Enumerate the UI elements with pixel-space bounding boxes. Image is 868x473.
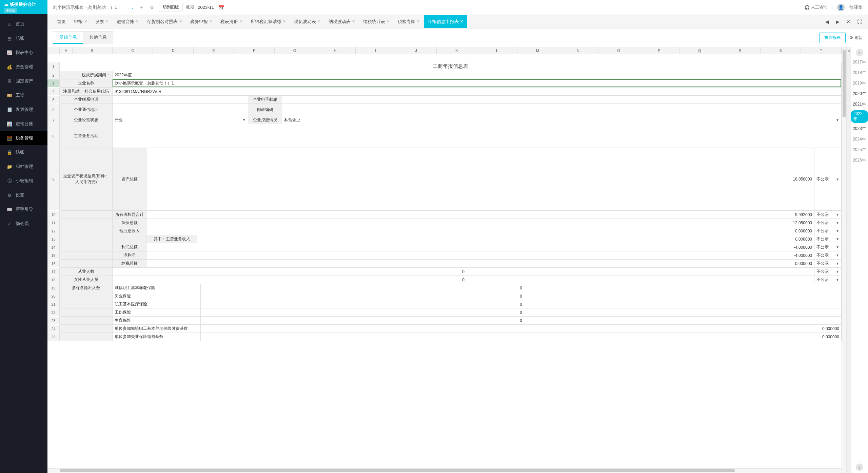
settings-button[interactable]: ⚙ — [149, 3, 156, 12]
disclose-select[interactable]: 不公示▼ — [814, 260, 842, 267]
column-header[interactable]: B — [73, 47, 113, 54]
disclose-select[interactable]: 不公示▼ — [814, 211, 842, 219]
employees-value[interactable]: 0 — [113, 268, 814, 276]
column-header[interactable]: H — [315, 47, 355, 54]
tabs-close-all-button[interactable]: ✕ — [843, 17, 854, 26]
tab-3[interactable]: 进销台账✕ — [113, 15, 143, 28]
switch-old-version-button[interactable]: 切到旧版 — [159, 3, 183, 12]
row-header[interactable]: 21 — [47, 300, 60, 308]
disclose-select[interactable]: 不公示▼ — [814, 268, 842, 276]
disclose-select[interactable]: 不公示▼ — [814, 276, 842, 284]
year-down-button[interactable]: ∨ — [856, 463, 863, 471]
column-header[interactable]: I — [356, 47, 396, 54]
account-select[interactable]: 刘小艳演示账套（勿删勿动！）1 ⌄ — [53, 4, 134, 11]
sidebar-item-archive[interactable]: 📁归档管理 — [0, 159, 47, 174]
horizontal-scrollbar[interactable] — [47, 468, 842, 473]
close-icon[interactable]: ✕ — [352, 19, 355, 24]
row-header[interactable]: 25 — [47, 333, 60, 341]
sidebar-item-chart[interactable]: 📈报表中心 — [0, 45, 47, 60]
year-item[interactable]: 2022年 — [851, 110, 868, 123]
refresh-button[interactable]: ⟳ 刷新 — [850, 35, 863, 41]
close-icon[interactable]: ✕ — [179, 19, 182, 24]
support-link[interactable]: 🎧 人工咨询 — [805, 4, 827, 10]
tabs-prev-button[interactable]: ◀ — [822, 17, 832, 26]
female-value[interactable]: 0 — [113, 276, 814, 284]
pension-value[interactable]: 0 — [201, 284, 842, 292]
disclose-select[interactable]: 不公示▼ — [814, 219, 842, 227]
row-header[interactable]: 5 — [47, 96, 60, 103]
add-account-button[interactable]: ＋ — [138, 3, 145, 12]
disclose-select[interactable]: 不公示▼ — [814, 148, 842, 210]
inner-tab-0[interactable]: 基础信息 — [53, 32, 83, 44]
close-icon[interactable]: ✕ — [460, 19, 463, 24]
row-header[interactable]: 20 — [47, 292, 60, 300]
sidebar-item-tax[interactable]: 🧮税务管理 — [0, 131, 47, 145]
medical-value[interactable]: 0 — [201, 300, 842, 308]
close-icon[interactable]: ✕ — [84, 19, 87, 24]
row-header[interactable]: 8 — [47, 124, 60, 148]
row-header[interactable]: 9 — [47, 148, 60, 210]
column-header[interactable]: D — [153, 47, 193, 54]
sidebar-item-home[interactable]: ⌂首页 — [0, 17, 47, 31]
net_profit-value[interactable]: -4.000000 — [146, 251, 814, 259]
column-header[interactable]: T — [801, 47, 841, 54]
row-header[interactable]: 24 — [47, 325, 60, 333]
row-header[interactable]: 17 — [47, 268, 60, 276]
close-icon[interactable]: ✕ — [239, 19, 242, 24]
unemploy-value[interactable]: 0 — [201, 292, 842, 300]
tab-6[interactable]: 税表清册✕ — [216, 15, 246, 28]
liabilities-value[interactable]: 12.050000 — [146, 219, 814, 227]
activity-value[interactable] — [113, 124, 842, 148]
row-header[interactable]: 2 — [47, 71, 60, 79]
tab-0[interactable]: 首页 — [53, 15, 70, 28]
disclose-select[interactable]: 不公示▼ — [814, 251, 842, 259]
tab-1[interactable]: 申报✕ — [70, 15, 91, 28]
sidebar-item-close[interactable]: 🔒结账 — [0, 145, 47, 159]
row-header[interactable]: 19 — [47, 284, 60, 292]
zip-value[interactable] — [282, 104, 842, 116]
column-header[interactable]: J — [396, 47, 436, 54]
year-item[interactable]: 2021年 — [851, 100, 868, 109]
holding-value[interactable]: 私营企业▼ — [282, 116, 842, 124]
column-header[interactable]: S — [761, 47, 801, 54]
status-value[interactable]: 开业▼ — [113, 116, 248, 124]
spreadsheet[interactable]: ABCDEFGHIJKLMNOPQRST 1工商年报信息表2税款所属期间：202… — [47, 47, 842, 473]
row-header[interactable]: 15 — [47, 251, 60, 259]
tab-10[interactable]: 纳税统计表✕ — [359, 15, 394, 28]
tab-9[interactable]: 纳税波动表✕ — [324, 15, 359, 28]
inner-tab-1[interactable]: 其他信息 — [83, 32, 113, 44]
row-header[interactable]: 3 — [47, 79, 60, 87]
column-header[interactable]: L — [477, 47, 517, 54]
column-header[interactable]: C — [113, 47, 153, 54]
main-rev-value[interactable]: 0.000000 — [197, 235, 814, 243]
addr-value[interactable] — [113, 104, 248, 116]
close-icon[interactable]: ✕ — [317, 19, 320, 24]
tax_paid-value[interactable]: 0.000000 — [146, 260, 814, 267]
row-header[interactable]: 18 — [47, 276, 60, 284]
sidebar-item-salary[interactable]: 💴工资 — [0, 88, 47, 102]
row-header[interactable]: 7 — [47, 116, 60, 124]
tab-2[interactable]: 发票✕ — [91, 15, 113, 28]
period-value[interactable]: 2022年度 — [113, 71, 842, 79]
tab-12[interactable]: 年报信息申报表✕ — [424, 15, 467, 28]
row-header[interactable]: 12 — [47, 227, 60, 235]
sidebar-item-ledger[interactable]: ▤总账 — [0, 31, 47, 45]
year-item[interactable]: 2020年 — [851, 89, 868, 98]
row-header[interactable]: 16 — [47, 260, 60, 267]
close-icon[interactable]: ✕ — [417, 19, 420, 24]
revenue-value[interactable]: 0.000000 — [146, 227, 814, 235]
row-header[interactable]: 6 — [47, 104, 60, 116]
tab-4[interactable]: 存货别名对照表✕ — [143, 15, 186, 28]
unemploy-base-value[interactable]: 0.000000 — [201, 333, 842, 341]
vertical-scrollbar[interactable] — [842, 47, 846, 473]
phone-value[interactable] — [113, 96, 248, 103]
profit-value[interactable]: -4.000000 — [146, 243, 814, 251]
column-header[interactable]: N — [558, 47, 598, 54]
total_assets-value[interactable]: 18.050000 — [146, 148, 814, 210]
column-header[interactable]: E — [194, 47, 234, 54]
column-header[interactable]: R — [720, 47, 761, 54]
tab-8[interactable]: 税负波动表✕ — [290, 15, 324, 28]
row-header[interactable]: 14 — [47, 243, 60, 251]
tab-7[interactable]: 所得税汇算清缴✕ — [246, 15, 290, 28]
sidebar-item-invoice[interactable]: 🧾发票管理 — [0, 102, 47, 117]
